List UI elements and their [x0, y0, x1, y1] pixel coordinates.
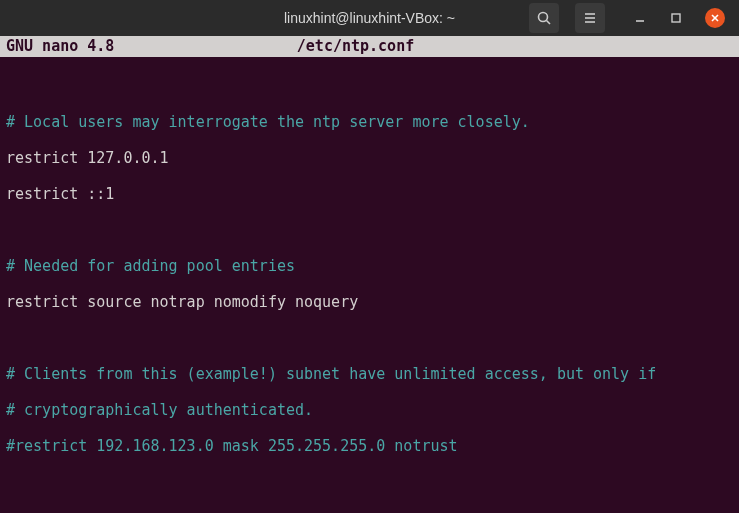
nano-filepath: /etc/ntp.conf: [297, 36, 697, 57]
editor-line: restrict 127.0.0.1: [6, 149, 733, 167]
svg-rect-6: [672, 14, 680, 22]
close-button[interactable]: [705, 8, 725, 28]
editor-line: # Clients from this (example!) subnet ha…: [6, 365, 733, 383]
search-button[interactable]: [529, 3, 559, 33]
minimize-button[interactable]: [633, 11, 647, 25]
editor-content[interactable]: # Local users may interrogate the ntp se…: [0, 57, 739, 513]
svg-point-0: [539, 13, 548, 22]
nano-header: GNU nano 4.8 /etc/ntp.conf: [0, 36, 739, 57]
svg-line-1: [547, 21, 551, 25]
editor-line: restrict ::1: [6, 185, 733, 203]
editor-line: # cryptographically authenticated.: [6, 401, 733, 419]
hamburger-icon: [582, 10, 598, 26]
minimize-icon: [634, 12, 646, 24]
maximize-button[interactable]: [669, 11, 683, 25]
search-icon: [536, 10, 552, 26]
editor-line: restrict source notrap nomodify noquery: [6, 293, 733, 311]
maximize-icon: [670, 12, 682, 24]
editor-line: # Local users may interrogate the ntp se…: [6, 113, 733, 131]
editor-line: #restrict 192.168.123.0 mask 255.255.255…: [6, 437, 733, 455]
nano-version: GNU nano 4.8: [6, 36, 297, 57]
menu-button[interactable]: [575, 3, 605, 33]
window-title: linuxhint@linuxhint-VBox: ~: [284, 10, 455, 26]
window-titlebar: linuxhint@linuxhint-VBox: ~: [0, 0, 739, 36]
close-icon: [709, 12, 721, 24]
editor-line: # Needed for adding pool entries: [6, 257, 733, 275]
